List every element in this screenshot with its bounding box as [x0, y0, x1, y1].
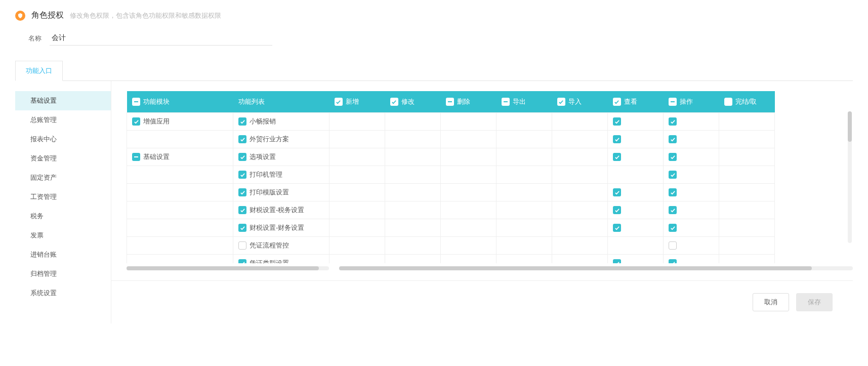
- module-cell: [127, 131, 233, 148]
- page-header: 角色授权 修改角色权限，包含该角色功能权限和敏感数据权限: [15, 10, 853, 21]
- perm-cell: [552, 166, 608, 184]
- checkbox[interactable]: [238, 153, 246, 161]
- sidebar-item[interactable]: 总账管理: [15, 110, 111, 130]
- perm-cell: [441, 184, 497, 201]
- checkbox[interactable]: [669, 98, 677, 106]
- perm-cell: [441, 201, 497, 219]
- perm-cell: [608, 237, 664, 255]
- sidebar-item[interactable]: 进销台账: [15, 245, 111, 264]
- module-cell: [127, 201, 233, 219]
- perm-cell: [608, 219, 664, 237]
- checkbox[interactable]: [335, 98, 343, 106]
- checkbox[interactable]: [613, 188, 621, 196]
- feature-cell: 财税设置-税务设置: [233, 201, 329, 219]
- perm-cell: [441, 113, 497, 131]
- tab-function-entry[interactable]: 功能入口: [15, 61, 63, 81]
- perm-cell: [664, 237, 719, 255]
- checkbox[interactable]: [238, 188, 246, 196]
- sidebar-item[interactable]: 系统设置: [15, 283, 111, 303]
- perm-cell: [719, 113, 775, 131]
- checkbox[interactable]: [669, 206, 677, 214]
- checkbox[interactable]: [669, 259, 677, 263]
- vertical-scrollbar[interactable]: [848, 111, 852, 243]
- checkbox[interactable]: [238, 259, 246, 263]
- name-row: 名称: [28, 31, 853, 46]
- module-cell: [127, 166, 233, 184]
- h-scroll-left[interactable]: [127, 266, 329, 270]
- column-header: 导入: [552, 91, 608, 113]
- perm-cell: [719, 255, 775, 264]
- checkbox[interactable]: [669, 241, 677, 250]
- perm-cell: [385, 166, 441, 184]
- checkbox[interactable]: [669, 188, 677, 196]
- table-row: 财税设置-税务设置: [127, 201, 775, 219]
- perm-cell: [552, 237, 608, 255]
- checkbox[interactable]: [669, 153, 677, 161]
- sidebar-item[interactable]: 归档管理: [15, 264, 111, 283]
- perm-cell: [385, 131, 441, 148]
- sidebar-item[interactable]: 税务: [15, 207, 111, 226]
- column-label: 新增: [346, 97, 359, 106]
- checkbox[interactable]: [669, 171, 677, 179]
- page-subtitle: 修改角色权限，包含该角色功能权限和敏感数据权限: [70, 11, 221, 20]
- checkbox[interactable]: [238, 135, 246, 143]
- checkbox[interactable]: [669, 224, 677, 232]
- checkbox[interactable]: [238, 206, 246, 214]
- h-scroll-right[interactable]: [339, 266, 853, 270]
- perm-cell: [441, 166, 497, 184]
- checkbox[interactable]: [613, 206, 621, 214]
- checkbox[interactable]: [669, 135, 677, 143]
- perm-cell: [385, 184, 441, 201]
- feature-cell: 打印机管理: [233, 166, 329, 184]
- sidebar-item[interactable]: 发票: [15, 226, 111, 245]
- sidebar-item[interactable]: 基础设置: [15, 91, 111, 110]
- perm-cell: [719, 148, 775, 166]
- checkbox[interactable]: [613, 153, 621, 161]
- checkbox[interactable]: [132, 117, 140, 126]
- perm-cell: [385, 255, 441, 264]
- sidebar-item[interactable]: 固定资产: [15, 168, 111, 187]
- cancel-button[interactable]: 取消: [753, 293, 789, 311]
- role-name-input[interactable]: [50, 31, 272, 46]
- perm-cell: [719, 166, 775, 184]
- column-header: 功能列表: [233, 91, 329, 113]
- checkbox[interactable]: [613, 98, 621, 106]
- table-row: 财税设置-财务设置: [127, 219, 775, 237]
- checkbox[interactable]: [238, 117, 246, 126]
- perm-cell: [385, 237, 441, 255]
- save-button[interactable]: 保存: [796, 293, 833, 311]
- checkbox[interactable]: [502, 98, 510, 106]
- checkbox[interactable]: [557, 98, 565, 106]
- perm-cell: [719, 201, 775, 219]
- checkbox[interactable]: [669, 117, 677, 126]
- shield-icon: [15, 11, 25, 21]
- sidebar-item[interactable]: 报表中心: [15, 130, 111, 149]
- checkbox[interactable]: [238, 171, 246, 179]
- module-cell: [127, 219, 233, 237]
- checkbox[interactable]: [613, 259, 621, 263]
- module-cell: [127, 184, 233, 201]
- checkbox[interactable]: [238, 241, 246, 250]
- checkbox[interactable]: [132, 98, 140, 106]
- perm-cell: [385, 148, 441, 166]
- perm-cell: [664, 131, 719, 148]
- sidebar-item[interactable]: 工资管理: [15, 187, 111, 207]
- checkbox[interactable]: [390, 98, 398, 106]
- perm-cell: [552, 113, 608, 131]
- sidebar-item[interactable]: 资金管理: [15, 149, 111, 168]
- checkbox[interactable]: [238, 224, 246, 232]
- checkbox[interactable]: [132, 153, 140, 161]
- perm-cell: [552, 184, 608, 201]
- checkbox[interactable]: [446, 98, 454, 106]
- column-header: 导出: [497, 91, 552, 113]
- checkbox[interactable]: [724, 98, 732, 106]
- perm-cell: [608, 131, 664, 148]
- table-row: 打印机管理: [127, 166, 775, 184]
- feature-cell: 财税设置-财务设置: [233, 219, 329, 237]
- table-row: 增值应用小畅报销: [127, 113, 775, 131]
- table-row: 凭证流程管控: [127, 237, 775, 255]
- checkbox[interactable]: [613, 224, 621, 232]
- checkbox[interactable]: [613, 117, 621, 126]
- module-cell: 基础设置: [127, 148, 233, 166]
- checkbox[interactable]: [613, 135, 621, 143]
